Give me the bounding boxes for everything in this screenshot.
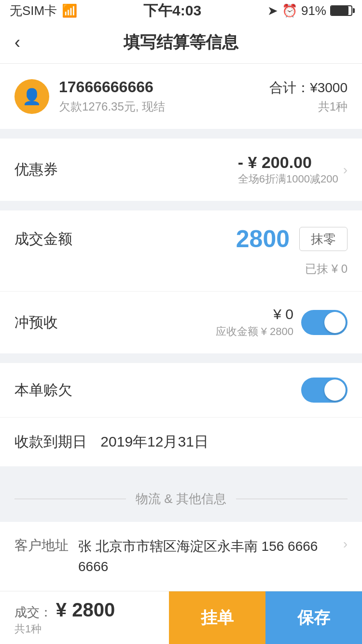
- total-count: 共1种: [269, 99, 348, 114]
- coupon-desc: 全场6折满1000减200: [238, 172, 338, 186]
- customer-right: 合计：¥3000 共1种: [269, 79, 348, 114]
- amount-sub-row: 已抹 ¥ 0: [14, 261, 348, 277]
- bottom-deal-amount: ¥ 2800: [56, 599, 115, 620]
- coupon-info: - ¥ 200.00 全场6折满1000减200: [238, 153, 338, 186]
- debt-section: 本单赊欠: [0, 363, 362, 417]
- status-left: 无SIM卡 📶: [10, 2, 77, 19]
- bottom-count: 共1种: [14, 622, 154, 636]
- due-date-row: 收款到期日 2019年12月31日: [0, 417, 362, 466]
- deal-amount-value: 2800: [236, 225, 290, 253]
- debt-toggle-knob: [324, 379, 346, 401]
- status-right: ➤ ⏰ 91%: [267, 3, 352, 18]
- location-icon: ➤: [267, 3, 278, 18]
- coupon-label: 优惠券: [14, 160, 58, 180]
- total-label: 合计：: [269, 80, 310, 95]
- wifi-icon: 📶: [62, 3, 77, 18]
- logistics-label: 物流 & 其他信息: [136, 490, 226, 507]
- back-button[interactable]: ‹: [14, 32, 20, 53]
- amount-row: 成交金额 2800 抹零: [14, 225, 348, 253]
- separator-2: [0, 353, 362, 363]
- customer-info-row: 👤 17666666666 欠款1276.35元, 现结 合计：¥3000 共1…: [14, 78, 348, 114]
- page-title: 填写结算等信息: [124, 31, 238, 54]
- amount-sub-text: 已抹 ¥ 0: [305, 262, 348, 275]
- coupon-row[interactable]: 优惠券 - ¥ 200.00 全场6折满1000减200 ›: [0, 139, 362, 201]
- bottom-summary: 成交： ¥ 2800 共1种: [0, 599, 169, 636]
- total-amount: ¥3000: [310, 80, 348, 95]
- amount-section: 成交金额 2800 抹零 已抹 ¥ 0: [0, 210, 362, 291]
- round-button[interactable]: 抹零: [299, 227, 348, 251]
- advance-sub: 应收金额 ¥ 2800: [216, 324, 293, 339]
- separator-3: [0, 466, 362, 476]
- status-time: 下午4:03: [143, 1, 201, 21]
- logistics-line-left: [14, 499, 126, 499]
- bottom-bar: 成交： ¥ 2800 共1种 挂单 保存: [0, 591, 362, 644]
- status-bar: 无SIM卡 📶 下午4:03 ➤ ⏰ 91%: [0, 0, 362, 21]
- battery-icon: [330, 5, 352, 16]
- content-area: 👤 17666666666 欠款1276.35元, 现结 合计：¥3000 共1…: [0, 64, 362, 644]
- deal-amount-label: 成交金额: [14, 229, 72, 249]
- amount-right: 2800 抹零: [236, 225, 348, 253]
- save-button[interactable]: 保存: [265, 591, 362, 644]
- bottom-deal-label: 成交：: [14, 605, 52, 619]
- logistics-section: 物流 & 其他信息: [0, 476, 362, 522]
- advance-toggle[interactable]: [301, 310, 348, 335]
- separator-1: [0, 201, 362, 210]
- customer-sub: 欠款1276.35元, 现结: [59, 99, 165, 114]
- coupon-right: - ¥ 200.00 全场6折满1000减200 ›: [238, 153, 348, 186]
- due-date-label: 收款到期日: [14, 434, 87, 449]
- nav-bar: ‹ 填写结算等信息: [0, 21, 362, 64]
- customer-left: 👤 17666666666 欠款1276.35元, 现结: [14, 78, 165, 114]
- address-value: 张 北京市市辖区海淀区永丰南 156 6666 6666: [78, 536, 334, 577]
- logistics-line-right: [236, 499, 348, 499]
- toggle-knob: [324, 312, 346, 333]
- advance-amount-group: ¥ 0 应收金额 ¥ 2800: [216, 306, 293, 339]
- advance-row: 冲预收 ¥ 0 应收金额 ¥ 2800: [0, 291, 362, 353]
- customer-details: 17666666666 欠款1276.35元, 现结: [59, 78, 165, 114]
- due-date-value: 2019年12月31日: [100, 434, 208, 449]
- customer-card: 👤 17666666666 欠款1276.35元, 现结 合计：¥3000 共1…: [0, 64, 362, 129]
- total-label-amount: 合计：¥3000: [269, 79, 348, 97]
- hang-button[interactable]: 挂单: [169, 591, 265, 644]
- debt-label: 本单赊欠: [14, 380, 72, 400]
- address-row[interactable]: 客户地址 张 北京市市辖区海淀区永丰南 156 6666 6666 ›: [0, 522, 362, 591]
- advance-amount: ¥ 0: [216, 306, 293, 322]
- battery-percent: 91%: [301, 3, 326, 18]
- bottom-deal-row: 成交： ¥ 2800: [14, 599, 154, 621]
- advance-label: 冲预收: [14, 313, 58, 333]
- advance-right: ¥ 0 应收金额 ¥ 2800: [216, 306, 348, 339]
- coupon-discount: - ¥ 200.00: [238, 153, 338, 172]
- carrier-text: 无SIM卡: [10, 2, 57, 19]
- chevron-right-icon: ›: [343, 162, 348, 178]
- address-label: 客户地址: [14, 536, 69, 555]
- debt-toggle[interactable]: [301, 378, 348, 403]
- address-chevron-icon: ›: [343, 536, 348, 552]
- avatar: 👤: [14, 79, 49, 114]
- alarm-icon: ⏰: [282, 3, 297, 18]
- customer-phone: 17666666666: [59, 78, 165, 96]
